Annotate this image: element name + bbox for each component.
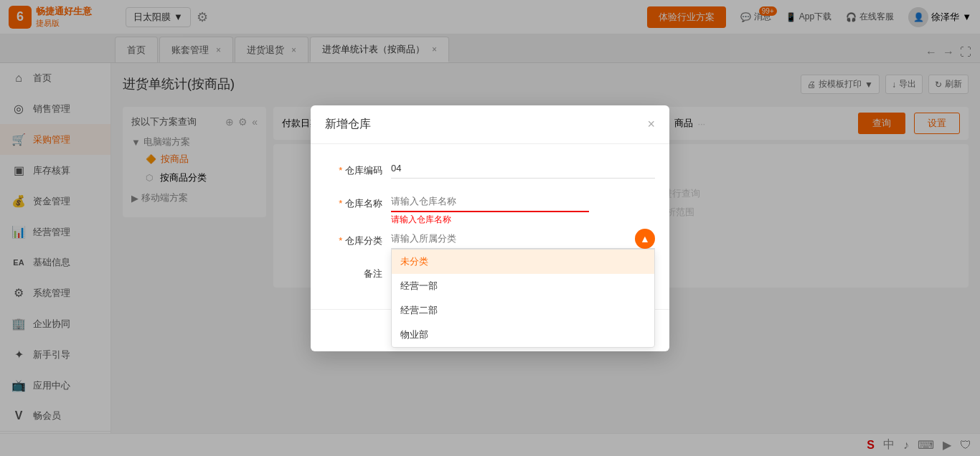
modal-title: 新增仓库 xyxy=(325,117,371,132)
category-input[interactable] xyxy=(391,229,655,249)
code-label: 仓库编码 xyxy=(325,158,382,177)
category-dropdown-toggle[interactable]: ▲ xyxy=(635,229,655,249)
modal-close-button[interactable]: × xyxy=(647,117,655,132)
category-label: 仓库分类 xyxy=(325,229,382,247)
modal-header: 新增仓库 × xyxy=(311,105,669,144)
form-row-code: 仓库编码 xyxy=(325,158,655,179)
modal-overlay: 新增仓库 × 仓库编码 仓库名称 请输入仓库名称 xyxy=(0,0,980,456)
name-error-message: 请输入仓库名称 xyxy=(391,214,589,226)
modal-body: 仓库编码 仓库名称 请输入仓库名称 仓库分类 ▲ xyxy=(311,144,669,309)
dropdown-option-property[interactable]: 物业部 xyxy=(392,323,654,347)
category-dropdown-list: 未分类 经营一部 经营二部 物业部 xyxy=(391,249,655,348)
new-warehouse-modal: 新增仓库 × 仓库编码 仓库名称 请输入仓库名称 xyxy=(311,105,669,351)
form-row-name: 仓库名称 请输入仓库名称 xyxy=(325,191,655,226)
dropdown-option-dept1[interactable]: 经营一部 xyxy=(392,274,654,298)
dropdown-option-dept2[interactable]: 经营二部 xyxy=(392,298,654,323)
form-row-category: 仓库分类 ▲ 未分类 经营一部 经营二部 物业部 xyxy=(325,229,655,249)
dropdown-option-unclassified[interactable]: 未分类 xyxy=(392,250,654,274)
name-label: 仓库名称 xyxy=(325,191,382,210)
category-input-wrapper: ▲ 未分类 经营一部 经营二部 物业部 xyxy=(391,229,655,249)
warehouse-name-input[interactable] xyxy=(391,191,589,212)
warehouse-code-input[interactable] xyxy=(391,158,655,179)
remark-label: 备注 xyxy=(325,262,382,280)
